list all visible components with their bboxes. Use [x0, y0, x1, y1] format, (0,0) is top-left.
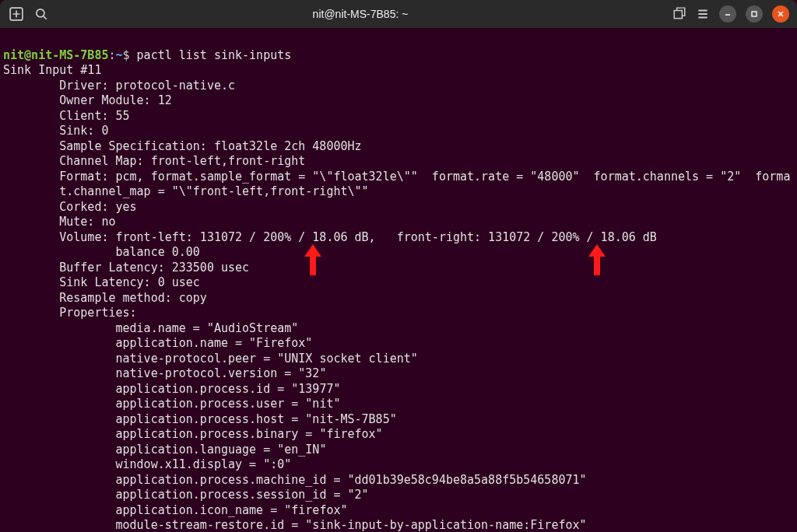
output-line: Sample Specification: float32le 2ch 4800…: [3, 139, 362, 155]
output-line: Owner Module: 12: [3, 93, 172, 109]
property-line: native-protocol.version = "32": [3, 366, 326, 382]
output-line: balance 0.00: [3, 245, 200, 261]
window-title: nit@nit-MS-7B85: ~: [48, 8, 672, 20]
output-line: Sink: 0: [3, 124, 108, 139]
output-line: Properties:: [3, 306, 137, 321]
property-line: application.process.host = "nit-MS-7B85": [3, 412, 397, 428]
property-line: native-protocol.peer = "UNIX socket clie…: [3, 352, 418, 367]
output-line: Driver: protocol-native.c: [3, 79, 235, 94]
terminal-body[interactable]: nit@nit-MS-7B85:~$ pactl list sink-input…: [0, 28, 797, 532]
output-line: Sink Latency: 0 usec: [3, 275, 200, 291]
output-line: Format: pcm, format.sample_format = "\"f…: [3, 170, 794, 200]
property-line: application.process.id = "13977": [3, 382, 340, 397]
prompt-user: nit@nit-MS-7B85: [3, 48, 108, 62]
svg-rect-5: [674, 11, 682, 19]
output-line: Sink Input #11: [3, 63, 101, 77]
prompt-path: ~: [116, 48, 123, 62]
property-line: application.process.session_id = "2": [3, 488, 369, 503]
svg-point-3: [37, 9, 44, 17]
svg-line-4: [44, 16, 47, 19]
terminal-window: nit@nit-MS-7B85: ~ nit@nit-MS-7B85:~$ pa…: [0, 0, 797, 532]
property-line: module-stream-restore.id = "sink-input-b…: [3, 518, 587, 532]
output-line: Channel Map: front-left,front-right: [3, 154, 305, 170]
output-line: Mute: no: [3, 215, 115, 230]
output-line: Corked: yes: [3, 200, 137, 215]
property-line: application.process.user = "nit": [3, 397, 340, 412]
new-window-icon[interactable]: [672, 7, 686, 21]
property-line: media.name = "AudioStream": [3, 321, 298, 337]
property-line: application.icon_name = "firefox": [3, 503, 348, 519]
close-button[interactable]: [772, 5, 789, 23]
titlebar: nit@nit-MS-7B85: ~: [0, 0, 797, 28]
property-line: window.x11.display = ":0": [3, 457, 291, 473]
property-line: application.process.binary = "firefox": [3, 427, 383, 443]
property-line: application.language = "en_IN": [3, 443, 326, 458]
output-line: Client: 55: [3, 109, 130, 124]
search-icon[interactable]: [34, 7, 48, 21]
output-line: Resample method: copy: [3, 291, 207, 306]
output-line: Buffer Latency: 233500 usec: [3, 261, 249, 276]
terminal-output: nit@nit-MS-7B85:~$ pactl list sink-input…: [3, 48, 794, 533]
minimize-button[interactable]: [719, 5, 736, 23]
property-line: application.name = "Firefox": [3, 336, 312, 352]
command-text: pactl list sink-inputs: [137, 48, 292, 62]
svg-rect-10: [752, 12, 757, 16]
output-volume-line: Volume: front-left: 131072 / 200% / 18.0…: [3, 230, 657, 246]
new-tab-icon[interactable]: [9, 7, 23, 21]
maximize-button[interactable]: [746, 5, 763, 23]
property-line: application.process.machine_id = "dd01b3…: [3, 473, 587, 488]
menu-icon[interactable]: [696, 7, 710, 21]
